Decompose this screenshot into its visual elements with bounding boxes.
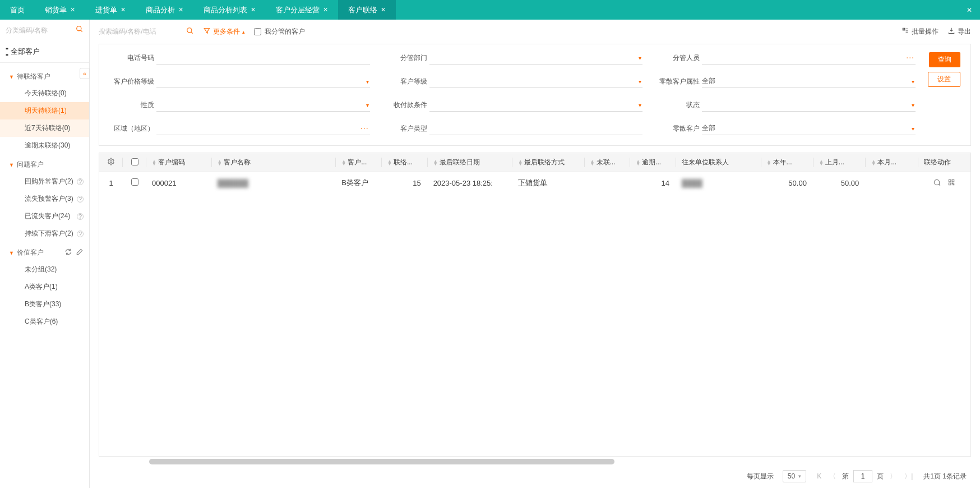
help-icon[interactable]: ?: [77, 213, 84, 220]
cell-link[interactable]: 下销货单: [518, 178, 547, 187]
search-icon[interactable]: [76, 25, 84, 35]
chevron-down-icon[interactable]: ▾: [639, 102, 641, 108]
filter-input[interactable]: [702, 54, 916, 62]
sidebar-search-input[interactable]: [6, 24, 84, 36]
close-icon[interactable]: ✕: [178, 6, 183, 13]
select-all-checkbox[interactable]: [131, 158, 138, 165]
close-icon[interactable]: ✕: [381, 6, 386, 13]
first-page-button[interactable]: K: [815, 472, 823, 480]
next-page-button[interactable]: 〉: [888, 472, 898, 481]
export-button[interactable]: 导出: [947, 27, 971, 36]
tree-item-class-a[interactable]: A类客户(1): [0, 278, 89, 296]
tree-group-title[interactable]: ▼价值客户: [0, 245, 89, 261]
tree-item-churned[interactable]: 已流失客户(24)?: [0, 208, 89, 225]
row-checkbox[interactable]: [131, 178, 138, 186]
tree-item-ungrouped[interactable]: 未分组(32): [0, 261, 89, 278]
edit-icon[interactable]: [76, 248, 84, 257]
more-icon[interactable]: ···: [906, 53, 914, 62]
sidebar-collapse-button[interactable]: «: [80, 68, 90, 79]
search-icon[interactable]: [186, 27, 194, 36]
cell-last-way[interactable]: 下销货单: [512, 172, 584, 194]
close-icon[interactable]: ✕: [323, 6, 328, 13]
filter-input[interactable]: [429, 125, 643, 132]
last-page-button[interactable]: 〉|: [903, 472, 914, 481]
tree-item-repurchase-anomaly[interactable]: 回购异常客户(2)?: [0, 173, 89, 190]
tab-home[interactable]: 首页: [0, 0, 35, 20]
col-c11[interactable]: ▲▼上月...: [813, 153, 866, 172]
prev-page-button[interactable]: 〈: [828, 472, 838, 481]
filter-input[interactable]: [429, 77, 643, 85]
table-row[interactable]: 1 000021 ██████ B类客户 15 2023-05-23 18:25…: [99, 172, 970, 194]
more-filters-toggle[interactable]: 更多条件 ▴: [203, 27, 245, 36]
scrollbar-thumb[interactable]: [149, 459, 614, 464]
tree-item-tomorrow[interactable]: 明天待联络(1): [0, 102, 89, 119]
col-name[interactable]: ▲▼客户名称: [212, 153, 336, 172]
tree-item-overdue[interactable]: 逾期未联络(30): [0, 137, 89, 154]
tab-customer-contact[interactable]: 客户联络✕: [338, 0, 396, 20]
close-all-tabs-button[interactable]: ✕: [963, 0, 976, 20]
tab-sales-order[interactable]: 销货单✕: [35, 0, 85, 20]
select-all-header[interactable]: [123, 153, 146, 172]
checkbox-input[interactable]: [254, 28, 261, 35]
tree-item-class-c[interactable]: C类客户(6): [0, 313, 89, 330]
setting-button[interactable]: 设置: [928, 72, 960, 87]
batch-action-button[interactable]: 批量操作: [902, 27, 939, 36]
tree-item-7days[interactable]: 近7天待联络(0): [0, 119, 89, 137]
tab-product-analysis[interactable]: 商品分析✕: [136, 0, 193, 20]
col-c3[interactable]: ▲▼客户...: [336, 153, 382, 172]
filter-input[interactable]: [429, 101, 643, 109]
col-code[interactable]: ▲▼客户编码: [146, 153, 212, 172]
search-input[interactable]: [99, 25, 194, 38]
sidebar-header[interactable]: ▪▪▪▪ 全部客户: [0, 41, 89, 63]
tree-item-declining[interactable]: 持续下滑客户(2)?: [0, 225, 89, 242]
col-c8[interactable]: ▲▼逾期...: [630, 153, 676, 172]
tab-purchase-order[interactable]: 进货单✕: [85, 0, 136, 20]
col-contact[interactable]: 往来单位联系人: [676, 153, 761, 172]
tab-customer-tier[interactable]: 客户分层经营✕: [266, 0, 338, 20]
help-icon[interactable]: ?: [77, 196, 84, 202]
filter-input[interactable]: [702, 101, 916, 109]
page-input[interactable]: [853, 470, 872, 482]
settings-col-header[interactable]: [99, 153, 123, 172]
chevron-down-icon[interactable]: ▾: [912, 79, 914, 85]
refresh-icon[interactable]: [64, 248, 72, 257]
filter-input[interactable]: [156, 101, 370, 109]
tab-product-analysis-list[interactable]: 商品分析列表✕: [193, 0, 266, 20]
chevron-down-icon[interactable]: ▾: [912, 126, 914, 132]
tree-item-class-b[interactable]: B类客户(33): [0, 296, 89, 313]
chevron-down-icon[interactable]: ▾: [639, 55, 641, 61]
chevron-down-icon[interactable]: ▾: [912, 102, 914, 108]
page-size-select[interactable]: 50▾: [783, 470, 806, 482]
filter-input[interactable]: [156, 125, 370, 132]
help-icon[interactable]: ?: [77, 178, 84, 185]
horizontal-scrollbar[interactable]: [99, 459, 971, 466]
close-icon[interactable]: ✕: [70, 6, 75, 13]
chevron-down-icon[interactable]: ▾: [366, 79, 369, 85]
filter-input[interactable]: [156, 77, 370, 85]
tree-group-title[interactable]: ▼问题客户: [0, 156, 89, 173]
my-customers-checkbox[interactable]: 我分管的客户: [254, 27, 305, 36]
table-scroll[interactable]: ▲▼客户编码 ▲▼客户名称 ▲▼客户... ▲▼联络... ▲▼最后联络日期 ▲…: [99, 153, 970, 456]
more-icon[interactable]: ···: [360, 123, 369, 132]
tree-item-churn-warning[interactable]: 流失预警客户(3)?: [0, 190, 89, 208]
qrcode-icon[interactable]: [947, 178, 955, 188]
col-c7[interactable]: ▲▼未联...: [585, 153, 631, 172]
close-icon[interactable]: ✕: [121, 6, 126, 13]
col-c12[interactable]: ▲▼本月...: [866, 153, 918, 172]
query-button[interactable]: 查询: [929, 52, 960, 67]
chat-icon[interactable]: [933, 178, 941, 188]
chevron-down-icon[interactable]: ▾: [639, 79, 641, 85]
chevron-down-icon[interactable]: ▾: [366, 102, 369, 108]
filter-input[interactable]: [702, 77, 916, 85]
tree-item-today[interactable]: 今天待联络(0): [0, 85, 89, 102]
close-icon[interactable]: ✕: [251, 6, 256, 13]
col-c4[interactable]: ▲▼联络...: [382, 153, 428, 172]
col-last-date[interactable]: ▲▼最后联络日期: [428, 153, 513, 172]
col-last-way[interactable]: ▲▼最后联络方式: [512, 153, 584, 172]
filter-input[interactable]: [429, 54, 643, 62]
col-c10[interactable]: ▲▼本年...: [761, 153, 813, 172]
help-icon[interactable]: ?: [77, 231, 84, 237]
filter-input[interactable]: [156, 54, 370, 62]
tree-group-title[interactable]: ▼待联络客户: [0, 68, 89, 85]
filter-input[interactable]: [702, 125, 916, 132]
